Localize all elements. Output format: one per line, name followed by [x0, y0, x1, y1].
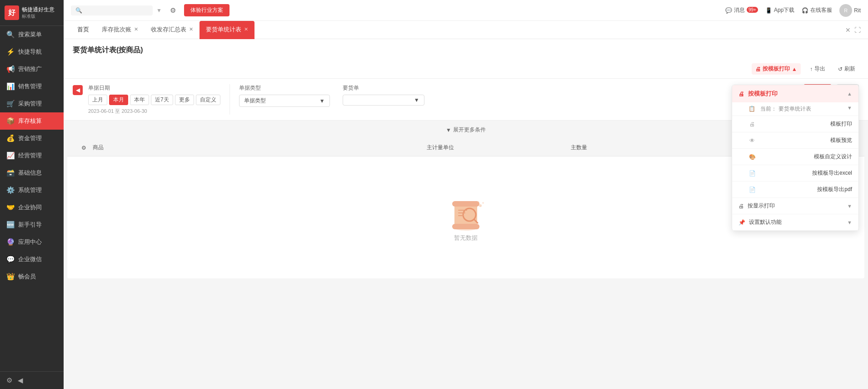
sidebar-item-operation[interactable]: 📈 经营管理	[0, 147, 64, 164]
online-service-label: 在线客服	[810, 6, 832, 14]
page-title: 要货单统计表(按商品)	[73, 45, 859, 55]
sidebar-item-apps[interactable]: 🔮 应用中心	[0, 233, 64, 251]
sidebar-item-label: 畅会员	[18, 273, 36, 281]
date-btn-this-month[interactable]: 本月	[109, 95, 128, 105]
tab-order-summary[interactable]: 要货单统计表 ✕	[200, 21, 254, 39]
date-btn-prev-month[interactable]: 上月	[88, 95, 107, 105]
filter-divider	[229, 84, 230, 115]
excel-icon: 📄	[748, 170, 756, 177]
col-settings-header[interactable]: ⚙	[75, 145, 93, 151]
order-goods-label: 要货单	[343, 84, 424, 92]
print-dropdown-header[interactable]: 🖨 按模板打印 ▲	[732, 85, 858, 102]
tab-receipt-summary[interactable]: 收发存汇总表 ✕	[145, 21, 200, 39]
refresh-btn[interactable]: ↺ 刷新	[834, 63, 859, 75]
sidebar-item-guide[interactable]: 🆕 新手引导	[0, 216, 64, 233]
sidebar-item-shortcut[interactable]: ⚡ 快捷导航	[0, 43, 64, 61]
current-value: 要货单统计表	[778, 106, 811, 112]
inventory-icon: 📦	[6, 117, 15, 125]
guide-icon: 🆕	[6, 221, 15, 229]
settings-icon[interactable]: ⚙	[6, 376, 12, 384]
collapse-icon[interactable]: ◀	[18, 376, 23, 384]
app-download-item[interactable]: 📱 App下载	[765, 6, 794, 14]
template-pdf-label: 按模板导出pdf	[817, 186, 852, 193]
display-print-section[interactable]: 🖨 按显示打印 ▼	[732, 198, 858, 214]
trial-btn[interactable]: 体验行业方案	[184, 4, 229, 16]
filter-toggle-btn[interactable]: ◀	[73, 85, 83, 95]
collab-icon: 🤝	[6, 203, 15, 212]
date-btn-more[interactable]: 更多	[175, 95, 194, 105]
tab-receipt-summary-close[interactable]: ✕	[189, 26, 193, 32]
date-filter-label: 单据日期	[88, 84, 220, 92]
export-btn[interactable]: ↑ 导出	[806, 63, 829, 75]
dropdown-collapse-icon[interactable]: ▲	[847, 91, 852, 96]
default-func-label: 设置默认功能	[749, 218, 782, 226]
template-custom-label: 模板自定义设计	[814, 153, 852, 161]
template-pdf-item[interactable]: 📄 按模板导出pdf	[732, 182, 858, 198]
sidebar-item-marketing[interactable]: 📢 营销推广	[0, 61, 64, 78]
order-type-select[interactable]: 单据类型 ▼	[239, 95, 330, 107]
tab-inventory-batch-close[interactable]: ✕	[134, 26, 138, 32]
display-print-label: 按显示打印	[748, 202, 775, 210]
tab-inventory-batch[interactable]: 库存批次账 ✕	[95, 21, 145, 39]
col-qty-header: 主数量	[509, 144, 649, 152]
sidebar-item-label: 搜索菜单	[18, 30, 42, 39]
date-btn-custom[interactable]: 自定义	[196, 95, 220, 105]
svg-point-10	[482, 202, 484, 204]
template-excel-label: 按模板导出excel	[812, 169, 852, 177]
flash-icon: ⚡	[6, 48, 15, 56]
sidebar-item-sales[interactable]: 📊 销售管理	[0, 78, 64, 95]
col-unit-header: 主计量单位	[371, 144, 510, 152]
current-chevron[interactable]: ▼	[847, 105, 852, 111]
sidebar-item-label: 营销推广	[18, 65, 42, 73]
sidebar-item-system[interactable]: ⚙️ 系统管理	[0, 182, 64, 199]
current-label: 当前：	[760, 106, 777, 112]
message-item[interactable]: 💬 消息 99+	[725, 6, 758, 14]
expand-conditions-btn[interactable]: ▼ 展开更多条件	[439, 124, 493, 136]
template-preview-item[interactable]: 👁 模板预览	[732, 132, 858, 149]
print-dropdown-title: 🖨 按模板打印	[738, 90, 778, 98]
order-goods-select[interactable]: ▼	[343, 95, 424, 106]
page-header: 要货单统计表(按商品) 🖨 按模板打印 ▲ ↑ 导出 ↺ 刷新	[64, 39, 868, 79]
default-func-section[interactable]: 📌 设置默认功能 ▼	[732, 214, 858, 231]
message-badge: 99+	[747, 7, 758, 13]
topbar-gear-icon[interactable]: ⚙	[170, 6, 176, 15]
member-icon: 👑	[6, 273, 15, 281]
tab-close-window-icon[interactable]: ✕	[845, 26, 851, 34]
template-print-item[interactable]: 🖨 模板打印	[732, 116, 858, 132]
sidebar-item-inventory[interactable]: 📦 库存核算	[0, 112, 64, 130]
sidebar-item-search[interactable]: 🔍 搜索菜单	[0, 26, 64, 43]
default-func-icon: 📌	[738, 219, 745, 226]
print-template-btn[interactable]: 🖨 按模板打印 ▲	[752, 63, 801, 75]
template-excel-item[interactable]: 📄 按模板导出excel	[732, 165, 858, 182]
printer-icon: 🖨	[755, 66, 761, 72]
sidebar-item-basic[interactable]: 🗃️ 基础信息	[0, 164, 64, 182]
sidebar-item-member[interactable]: 👑 畅会员	[0, 268, 64, 285]
sidebar-bottom: ⚙ ◀	[0, 371, 64, 389]
tab-order-summary-close[interactable]: ✕	[244, 26, 248, 32]
search-icon: 🔍	[6, 30, 15, 39]
default-func-chevron[interactable]: ▼	[847, 220, 852, 225]
export-icon: ↑	[810, 66, 813, 72]
sidebar-item-purchase[interactable]: 🛒 采购管理	[0, 95, 64, 112]
app-edition: 标准版	[22, 13, 55, 20]
date-btn-7days[interactable]: 近7天	[151, 95, 173, 105]
online-service-item[interactable]: 🎧 在线客服	[802, 6, 832, 14]
sidebar-item-label: 销售管理	[18, 82, 42, 91]
topbar-search[interactable]: 🔍	[71, 5, 153, 15]
sidebar-item-label: 经营管理	[18, 152, 42, 160]
date-btn-this-year[interactable]: 本年	[130, 95, 149, 105]
tab-home[interactable]: 首页	[71, 21, 95, 39]
template-custom-item[interactable]: 🎨 模板自定义设计	[732, 149, 858, 165]
sidebar-item-weixin[interactable]: 💬 企业微信	[0, 251, 64, 268]
search-input[interactable]	[84, 7, 139, 14]
display-print-chevron[interactable]: ▼	[847, 203, 852, 209]
tab-fullscreen-icon[interactable]: ⛶	[854, 26, 861, 34]
pdf-icon: 📄	[748, 187, 756, 193]
search-dropdown-icon[interactable]: ▼	[156, 7, 162, 14]
user-avatar-area[interactable]: R Rit	[839, 4, 861, 17]
chevron-down-icon: ▼	[319, 98, 325, 104]
marketing-icon: 📢	[6, 65, 15, 73]
print-template-label: 按模板打印	[763, 65, 790, 73]
sidebar-item-finance[interactable]: 💰 资金管理	[0, 130, 64, 147]
sidebar-item-collab[interactable]: 🤝 企业协同	[0, 199, 64, 216]
